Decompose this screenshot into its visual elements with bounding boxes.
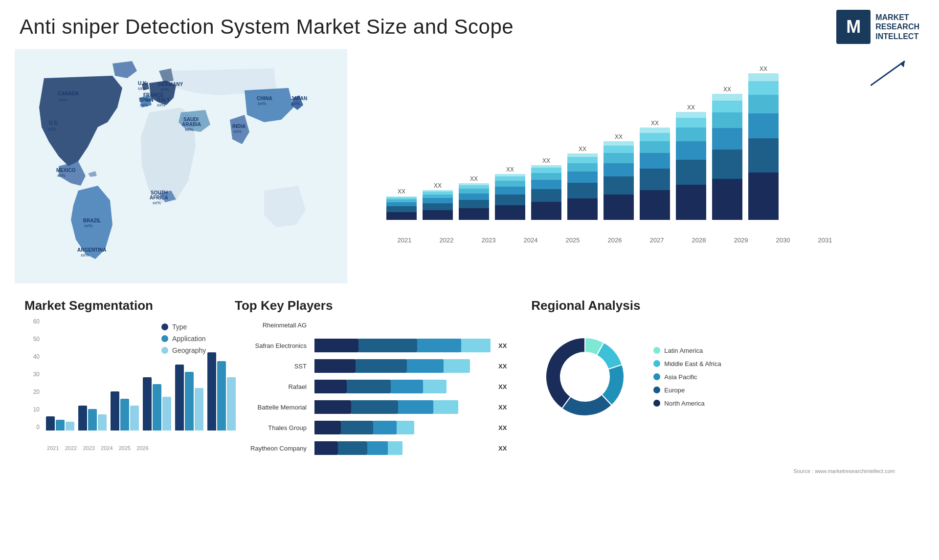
source-text: Source : www.marketresearchintellect.com	[531, 466, 915, 474]
bar-col-2031: XX	[748, 65, 779, 220]
bar-seg-3	[423, 194, 453, 198]
player-value: XX	[498, 404, 507, 411]
bar-seg-5	[640, 128, 670, 132]
player-name: Battelle Memorial	[235, 404, 311, 411]
svg-text:xx%: xx%	[185, 127, 193, 132]
regional-label: Middle East & Africa	[664, 360, 721, 367]
player-bar-seg	[391, 380, 423, 393]
bar-seg-4	[676, 118, 706, 128]
bar-xx-label-2029: XX	[687, 104, 695, 111]
player-row: Thales GroupXX	[235, 421, 507, 434]
bar-seg-0	[495, 205, 525, 220]
donut-segment	[546, 338, 585, 409]
seg-bar-1	[56, 420, 65, 431]
player-bar-container	[314, 421, 491, 434]
player-bar-seg	[314, 441, 338, 455]
player-bar-container	[314, 339, 491, 352]
stacked-bars-container: XXXXXXXXXXXXXXXXXXXXXX	[386, 59, 915, 235]
bar-col-2024: XX	[495, 166, 525, 220]
canada-label: CANADA	[58, 91, 79, 96]
bar-seg-5	[712, 94, 742, 101]
seg-bar-group-1	[78, 406, 107, 431]
bar-xlabel-2025: 2025	[558, 237, 588, 244]
svg-text:GERMANY: GERMANY	[158, 82, 183, 87]
seg-bar-0	[143, 377, 152, 431]
player-bar-seg	[433, 400, 458, 414]
regional-dot	[653, 360, 660, 367]
player-bar-seg	[388, 441, 402, 455]
segmentation-title: Market Segmentation	[24, 298, 210, 313]
bar-seg-4	[640, 133, 670, 142]
regional-dot	[653, 373, 660, 380]
player-row: Safran ElectronicsXX	[235, 339, 507, 352]
players-section: Top Key Players Rheinmetall AGSafran Ele…	[225, 293, 516, 479]
bar-seg-1	[712, 150, 742, 179]
player-row: RafaelXX	[235, 380, 507, 393]
player-value: XX	[498, 445, 507, 452]
player-bar-seg	[444, 359, 470, 373]
regional-dot	[653, 347, 660, 354]
bar-seg-1	[604, 176, 634, 194]
player-name: Safran Electronics	[235, 342, 311, 349]
bar-xlabel-2022: 2022	[431, 237, 462, 244]
bar-xx-label-2026: XX	[579, 146, 586, 152]
bar-seg-4	[459, 185, 489, 189]
bar-seg-0	[640, 190, 670, 220]
bar-col-2022: XX	[423, 182, 453, 220]
bar-seg-0	[423, 210, 453, 220]
bar-x-labels: 2021202220232024202520262027202820292030…	[386, 237, 915, 244]
seg-y-axis: 0102030405060	[24, 318, 42, 431]
legend-label: Geography	[172, 346, 206, 354]
bar-xx-label-2023: XX	[470, 175, 478, 182]
svg-text:CHINA: CHINA	[257, 96, 272, 101]
bar-col-2028: XX	[640, 120, 670, 220]
bar-xx-label-2021: XX	[398, 188, 405, 195]
bar-col-2030: XX	[712, 86, 742, 220]
bar-chart-section: XXXXXXXXXXXXXXXXXXXXXX 20212022202320242…	[357, 49, 924, 283]
bar-seg-2	[386, 202, 417, 206]
donut-chart	[531, 323, 639, 431]
player-row: Battelle MemorialXX	[235, 400, 507, 414]
seg-legend-item: Type	[161, 323, 206, 331]
bar-seg-3	[676, 128, 706, 141]
player-bar-seg	[358, 339, 417, 352]
bar-seg-4	[495, 176, 525, 181]
bar-seg-1	[495, 194, 525, 205]
seg-chart-area: 0102030405060	[24, 318, 152, 445]
bar-seg-0	[676, 185, 706, 220]
bar-stack-2028	[640, 128, 670, 220]
seg-bar-0	[78, 406, 87, 431]
player-bar-seg	[314, 421, 341, 434]
logo-line1: MARKET	[875, 13, 919, 22]
player-value: XX	[498, 424, 507, 431]
logo-text: MARKET RESEARCH INTELLECT	[875, 13, 919, 41]
bar-seg-2	[423, 198, 453, 203]
seg-legend-item: Application	[161, 335, 206, 343]
svg-text:U.K.: U.K.	[138, 81, 148, 86]
bar-stack-2027	[604, 141, 634, 220]
player-bar-seg	[338, 441, 367, 455]
regional-legend-item: Asia Pacific	[653, 373, 721, 381]
legend-dot	[161, 335, 168, 342]
player-bar-seg	[351, 400, 398, 414]
bar-seg-3	[495, 181, 525, 187]
bar-xlabel-2021: 2021	[389, 237, 420, 244]
svg-text:xx%: xx%	[233, 129, 242, 134]
bar-stack-2029	[676, 112, 706, 220]
seg-bar-group-0	[46, 416, 74, 431]
bar-col-2023: XX	[459, 175, 489, 220]
bar-stack-2022	[423, 190, 453, 220]
player-name: Rafael	[235, 383, 311, 390]
player-name: Thales Group	[235, 424, 311, 431]
bar-seg-2	[531, 180, 561, 189]
player-row: Rheinmetall AG	[235, 318, 507, 332]
bar-stack-2021	[386, 196, 417, 220]
player-row: Raytheon CompanyXX	[235, 441, 507, 455]
bar-col-2029: XX	[676, 104, 706, 220]
regional-dot	[653, 400, 660, 407]
regional-section: Regional Analysis Latin AmericaMiddle Ea…	[521, 293, 924, 479]
bar-xlabel-2030: 2030	[768, 237, 798, 244]
seg-bar-group-2	[111, 391, 139, 431]
bar-seg-2	[604, 163, 634, 176]
player-value: XX	[498, 342, 507, 349]
